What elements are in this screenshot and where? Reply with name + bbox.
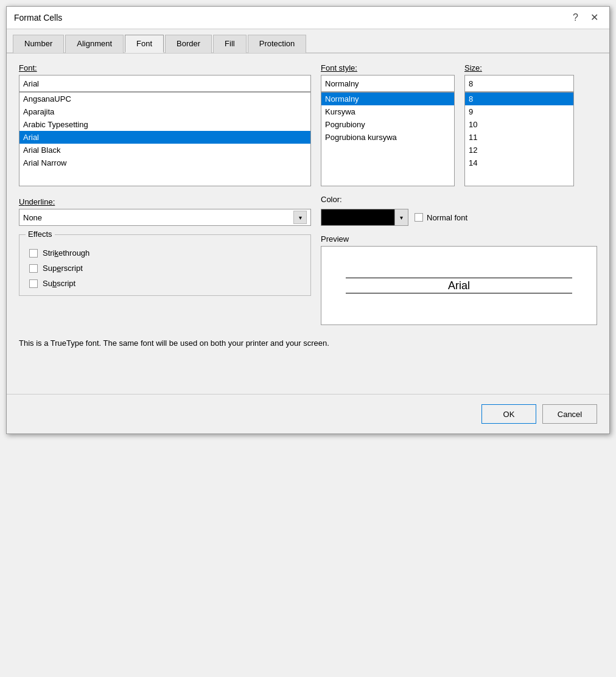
color-col: Color: ▾ Normal font [321, 195, 597, 226]
subscript-label: Subscript [43, 279, 75, 288]
cancel-button[interactable]: Cancel [542, 404, 597, 424]
font-label: Font: [19, 63, 311, 72]
tab-fill[interactable]: Fill [213, 35, 247, 53]
color-label: Color: [321, 195, 467, 204]
dialog-title: Format Cells [14, 13, 62, 23]
effects-preview-row: Effects Strikethrough Superscript S [19, 234, 597, 325]
preview-col: Preview Arial [321, 234, 597, 325]
font-style-col: Font style: Normalny Kursywa Pogrubiony … [321, 63, 455, 186]
labels-row: Font: AngsanaUPC Aparajita Arabic Typese… [19, 63, 597, 186]
tab-alignment[interactable]: Alignment [65, 35, 124, 53]
size-col: Size: 8 9 10 11 12 14 [464, 63, 574, 186]
superscript-item[interactable]: Superscript [29, 264, 301, 273]
subscript-checkbox[interactable] [29, 279, 38, 288]
preview-box: Arial [321, 246, 597, 325]
underline-arrow[interactable]: ▾ [293, 211, 307, 224]
font-style-label: Font style: [321, 63, 455, 72]
underline-col: Underline: None ▾ [19, 197, 311, 226]
title-bar-buttons: ? ✕ [569, 12, 602, 24]
strikethrough-item[interactable]: Strikethrough [29, 248, 301, 258]
list-item[interactable]: 11 [465, 131, 573, 144]
color-dropdown-arrow[interactable]: ▾ [394, 209, 408, 225]
list-item[interactable]: Pogrubiona kursywa [321, 131, 454, 144]
preview-line-top [346, 278, 572, 278]
list-item[interactable]: 10 [465, 118, 573, 131]
list-item[interactable]: AngsanaUPC [19, 93, 310, 105]
list-item-selected[interactable]: 8 [465, 93, 573, 105]
format-cells-dialog: Format Cells ? ✕ Number Alignment Font B… [6, 6, 610, 434]
color-swatch [321, 209, 394, 225]
tab-border[interactable]: Border [165, 35, 212, 53]
list-item[interactable]: Pogrubiony [321, 118, 454, 131]
color-swatch-wrapper[interactable]: ▾ [321, 209, 408, 226]
list-item[interactable]: Kursywa [321, 105, 454, 118]
underline-label: Underline: [19, 197, 311, 206]
list-item[interactable]: Arial Black [19, 144, 310, 156]
list-item[interactable]: 12 [465, 144, 573, 156]
tab-font[interactable]: Font [125, 35, 164, 53]
normal-font-wrapper: Normal font [415, 213, 467, 222]
list-item[interactable]: Arial Narrow [19, 156, 310, 169]
font-style-input[interactable] [321, 75, 455, 92]
close-button[interactable]: ✕ [587, 12, 602, 24]
list-item[interactable]: Arabic Typesetting [19, 118, 310, 131]
superscript-checkbox[interactable] [29, 264, 38, 273]
font-col: Font: AngsanaUPC Aparajita Arabic Typese… [19, 63, 311, 186]
list-item[interactable]: 14 [465, 156, 573, 169]
strikethrough-label: Strikethrough [43, 248, 89, 258]
preview-text: Arial [448, 279, 470, 292]
effects-col: Effects Strikethrough Superscript S [19, 234, 311, 325]
font-input[interactable] [19, 75, 311, 92]
size-input[interactable] [464, 75, 574, 92]
effects-legend: Effects [26, 230, 55, 239]
superscript-label: Superscript [43, 264, 83, 273]
font-list[interactable]: AngsanaUPC Aparajita Arabic Typesetting … [19, 92, 311, 186]
effects-group: Effects Strikethrough Superscript S [19, 234, 311, 296]
preview-group: Preview Arial [321, 234, 597, 325]
preview-label: Preview [321, 234, 597, 244]
strikethrough-checkbox[interactable] [29, 249, 38, 258]
font-style-list[interactable]: Normalny Kursywa Pogrubiony Pogrubiona k… [321, 92, 455, 186]
normal-font-checkbox[interactable] [415, 213, 423, 222]
normal-font-label: Normal font [427, 213, 467, 222]
list-item[interactable]: Aparajita [19, 105, 310, 118]
size-label: Size: [464, 63, 574, 72]
tab-number[interactable]: Number [13, 35, 64, 53]
title-bar: Format Cells ? ✕ [7, 7, 609, 29]
dialog-footer: OK Cancel [7, 394, 609, 433]
help-button[interactable]: ? [569, 12, 582, 24]
underline-color-row: Underline: None ▾ Color: ▾ [19, 195, 597, 226]
dialog-content: Font: AngsanaUPC Aparajita Arabic Typese… [7, 54, 609, 357]
list-item-selected[interactable]: Arial [19, 131, 310, 144]
tab-protection[interactable]: Protection [248, 35, 307, 53]
underline-value: None [23, 213, 42, 222]
tabs-bar: Number Alignment Font Border Fill Protec… [7, 29, 609, 54]
underline-dropdown[interactable]: None ▾ [19, 209, 311, 226]
info-text: This is a TrueType font. The same font w… [19, 338, 597, 348]
ok-button[interactable]: OK [481, 404, 536, 424]
size-list[interactable]: 8 9 10 11 12 14 [464, 92, 574, 186]
list-item[interactable]: 9 [465, 105, 573, 118]
subscript-item[interactable]: Subscript [29, 279, 301, 288]
preview-line-bottom [346, 293, 572, 293]
list-item-selected[interactable]: Normalny [321, 93, 454, 105]
